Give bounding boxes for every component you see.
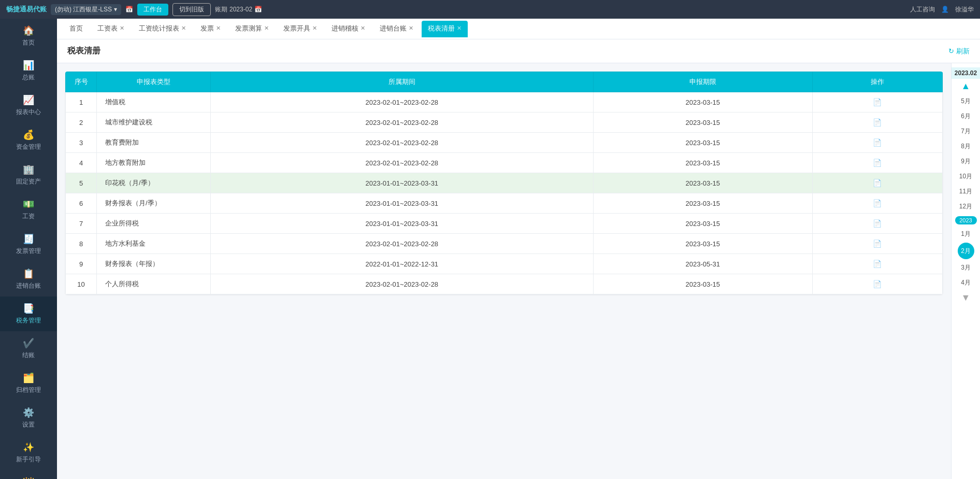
table-row: 3 教育费附加 2023-02-01~2023-02-28 2023-03-15…	[66, 133, 943, 153]
sidebar-label-home: 首页	[22, 38, 35, 47]
report-icon: 📈	[23, 94, 34, 106]
timeline-month-8[interactable]: 8月	[952, 139, 980, 154]
action-view-icon[interactable]: 📄	[873, 280, 882, 288]
action-view-icon[interactable]: 📄	[873, 240, 882, 248]
timeline-month-5[interactable]: 5月	[952, 94, 980, 109]
sidebar-item-archive[interactable]: 🗂️ 归档管理	[0, 366, 57, 401]
sidebar-item-invoice[interactable]: 🧾 发票管理	[0, 227, 57, 262]
cell-type: 企业所得税	[97, 214, 211, 234]
tab-purchase-check-close[interactable]: ✕	[361, 25, 365, 32]
cell-type: 教育费附加	[97, 133, 211, 153]
tab-home[interactable]: 首页	[63, 21, 89, 37]
cell-type: 增值税	[97, 92, 211, 112]
sidebar-label-settings: 设置	[22, 420, 35, 429]
timeline-month-2-active[interactable]: 2月	[958, 243, 974, 259]
tab-purchase-check[interactable]: 进销稽核 ✕	[325, 21, 371, 37]
tab-tax-list[interactable]: 税表清册 ✕	[422, 21, 468, 37]
timeline-header: 2023.02	[952, 67, 980, 79]
timeline-month-7[interactable]: 7月	[952, 124, 980, 139]
sidebar-item-settle[interactable]: ✔️ 结账	[0, 331, 57, 366]
tab-tax-list-close[interactable]: ✕	[457, 25, 462, 32]
sidebar-item-fund[interactable]: 💰 资金管理	[0, 123, 57, 158]
tab-tax-list-label: 税表清册	[428, 24, 455, 33]
cell-action: 📄	[812, 234, 942, 254]
company-selector[interactable]: (勿动) 江西银星-LSS ▾	[51, 4, 121, 15]
timeline-month-3[interactable]: 3月	[952, 260, 980, 275]
cell-index: 4	[66, 153, 97, 173]
timeline-month-11[interactable]: 11月	[952, 184, 980, 199]
timeline-month-6[interactable]: 6月	[952, 109, 980, 124]
help-button[interactable]: 人工咨询	[910, 5, 935, 14]
cell-index: 2	[66, 112, 97, 133]
action-view-icon[interactable]: 📄	[873, 159, 882, 167]
timeline-down-button[interactable]: ▼	[959, 290, 973, 305]
timeline-month-4[interactable]: 4月	[952, 275, 980, 290]
tab-salary[interactable]: 工资表 ✕	[91, 21, 131, 37]
tab-invoice[interactable]: 发票 ✕	[194, 21, 227, 37]
action-view-icon[interactable]: 📄	[873, 138, 882, 147]
fund-icon: 💰	[23, 129, 34, 140]
cell-type: 个人所得税	[97, 274, 211, 294]
table-row: 1 增值税 2023-02-01~2023-02-28 2023-03-15 📄	[66, 92, 943, 112]
cell-index: 10	[66, 274, 97, 294]
action-view-icon[interactable]: 📄	[873, 118, 882, 126]
sidebar-item-guide[interactable]: ✨ 新手引导	[0, 435, 57, 470]
tab-invoice-open-close[interactable]: ✕	[312, 25, 317, 32]
action-view-icon[interactable]: 📄	[873, 98, 882, 106]
tab-home-label: 首页	[69, 24, 83, 33]
switch-version-button[interactable]: 切到旧版	[172, 3, 211, 16]
sidebar-item-purchase[interactable]: 📋 进销台账	[0, 262, 57, 297]
sidebar-item-vip[interactable]: 👑 畅会员	[0, 470, 57, 479]
action-view-icon[interactable]: 📄	[873, 179, 882, 187]
cell-action: 📄	[812, 153, 942, 173]
cell-type: 地方教育附加	[97, 153, 211, 173]
sidebar-item-tax[interactable]: 📑 税务管理	[0, 297, 57, 331]
action-view-icon[interactable]: 📄	[873, 260, 882, 268]
sidebar-item-settings[interactable]: ⚙️ 设置	[0, 401, 57, 435]
tab-salary-report-close[interactable]: ✕	[181, 25, 186, 32]
company-name: (勿动) 江西银星-LSS	[55, 5, 112, 14]
cell-index: 7	[66, 214, 97, 234]
table-row: 10 个人所得税 2023-02-01~2023-02-28 2023-03-1…	[66, 274, 943, 294]
tab-purchase-ledger[interactable]: 进销台账 ✕	[373, 21, 420, 37]
table-row: 8 地方水利基金 2023-02-01~2023-02-28 2023-03-1…	[66, 234, 943, 254]
cell-period: 2022-01-01~2022-12-31	[211, 254, 594, 274]
timeline-month-9[interactable]: 9月	[952, 154, 980, 169]
tab-invoice-calc-close[interactable]: ✕	[264, 25, 269, 32]
cell-deadline: 2023-03-15	[593, 234, 812, 254]
cell-deadline: 2023-03-15	[593, 274, 812, 294]
cell-action: 📄	[812, 112, 942, 133]
page-content: 税表清册 ↻ 刷新 序号 申报表类型 所属期间	[57, 39, 980, 479]
tab-bar: 首页 工资表 ✕ 工资统计报表 ✕ 发票 ✕ 发票测算 ✕ 发票开具 ✕	[57, 19, 980, 39]
sidebar-item-report[interactable]: 📈 报表中心	[0, 88, 57, 123]
cell-deadline: 2023-03-15	[593, 153, 812, 173]
tab-salary-close[interactable]: ✕	[120, 25, 124, 32]
sidebar-label-salary: 工资	[22, 212, 35, 221]
action-view-icon[interactable]: 📄	[873, 219, 882, 228]
sidebar-item-asset[interactable]: 🏢 固定资产	[0, 158, 57, 192]
cell-period: 2023-02-01~2023-02-28	[211, 274, 594, 294]
sidebar-label-asset: 固定资产	[16, 177, 41, 186]
tab-purchase-ledger-close[interactable]: ✕	[409, 25, 413, 32]
cell-period: 2023-01-01~2023-03-31	[211, 214, 594, 234]
tab-invoice-close[interactable]: ✕	[216, 25, 221, 32]
page-header: 税表清册 ↻ 刷新	[57, 39, 980, 63]
tab-invoice-calc[interactable]: 发票测算 ✕	[229, 21, 275, 37]
sidebar-item-home[interactable]: 🏠 首页	[0, 19, 57, 53]
col-deadline: 申报期限	[593, 72, 812, 92]
tab-salary-report[interactable]: 工资统计报表 ✕	[133, 21, 192, 37]
tab-invoice-open[interactable]: 发票开具 ✕	[277, 21, 323, 37]
refresh-icon: ↻	[948, 47, 954, 55]
sidebar-item-salary[interactable]: 💵 工资	[0, 192, 57, 227]
workspace-button[interactable]: 工作台	[137, 4, 168, 16]
action-view-icon[interactable]: 📄	[873, 199, 882, 207]
refresh-button[interactable]: ↻ 刷新	[948, 47, 970, 56]
home-icon: 🏠	[23, 25, 34, 36]
table-row: 9 财务报表（年报） 2022-01-01~2022-12-31 2023-05…	[66, 254, 943, 274]
sidebar-item-ledger[interactable]: 📊 总账	[0, 53, 57, 88]
timeline-month-12[interactable]: 12月	[952, 199, 980, 214]
tab-invoice-open-label: 发票开具	[283, 24, 310, 33]
timeline-month-10[interactable]: 10月	[952, 169, 980, 184]
timeline-month-1[interactable]: 1月	[952, 227, 980, 242]
timeline-up-button[interactable]: ▲	[959, 79, 973, 94]
